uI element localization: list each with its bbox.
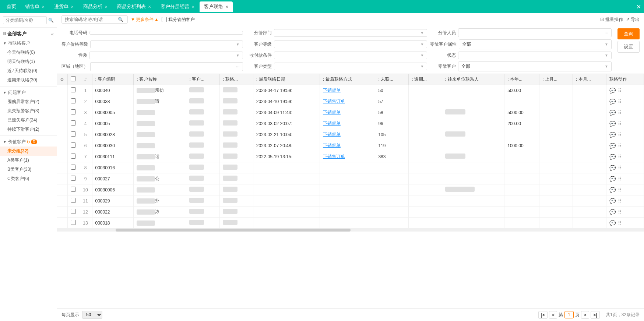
horizontal-scrollbar[interactable] [57,229,644,232]
close-customer-tier-tab[interactable]: ✕ [191,5,194,9]
close-purchase-tab[interactable]: ✕ [71,5,74,9]
dept-select[interactable]: ▼ [274,29,427,37]
per-page-select[interactable]: 50 20 100 [82,311,102,319]
sidebar-all-customers[interactable]: ⠿ 全部客户 « [0,28,57,39]
more-conditions-btn[interactable]: ▼ 更多条件 ▲ [131,17,159,23]
col-last-contact-date[interactable]: : 最后联络日期 [253,74,320,85]
row-checkbox[interactable] [71,98,76,103]
retail-attr-select[interactable]: 全部▼ [459,39,612,49]
contact-action-icon[interactable]: 💬 [609,143,616,149]
first-page-btn[interactable]: |< [538,311,548,319]
sidebar-item-hoarding-abnormal[interactable]: 囤购异常客户(2) [0,97,57,106]
contact-method-link[interactable]: 下销货单 [323,132,341,137]
contact-action-icon[interactable]: 💬 [609,154,616,160]
region-select[interactable]: ··· [90,62,243,71]
nav-tab-customer-tier[interactable]: 客户分层经营 ✕ [156,1,199,12]
more-action-icon[interactable]: ⠿ [618,176,622,182]
last-contact-method[interactable] [320,195,375,207]
row-checkbox[interactable] [71,131,76,137]
settings-gear-icon[interactable]: ⚙ [60,77,64,82]
more-action-icon[interactable]: ⠿ [618,165,622,171]
row-checkbox[interactable] [71,154,76,159]
last-contact-method[interactable] [320,218,375,229]
last-contact-method[interactable]: 下销货单 [320,118,375,129]
prev-page-btn[interactable]: < [549,311,557,319]
sidebar-search-icon[interactable]: 🔍 [48,18,54,23]
last-contact-method[interactable] [320,207,375,218]
contact-action-icon[interactable]: 💬 [609,165,616,171]
sidebar-item-7days[interactable]: 近7天待联络(0) [0,66,57,75]
nav-tab-purchase[interactable]: 进货单 ✕ [50,1,78,12]
manager-more-icon[interactable]: ··· [605,30,608,35]
contact-action-icon[interactable]: 💬 [609,121,616,127]
select-all-checkbox[interactable] [71,76,76,81]
nav-tab-analysis[interactable]: 商品分析 ✕ [79,1,112,12]
col-customer-name[interactable]: : 客户名称 [134,74,186,85]
contact-action-icon[interactable]: 💬 [609,88,616,94]
manager-input[interactable]: ··· [458,28,612,37]
sidebar-item-class-b[interactable]: B类客户(33) [0,165,57,174]
close-analysis-tab[interactable]: ✕ [105,5,108,9]
nav-tab-sales[interactable]: 销售单 ✕ [21,1,49,12]
row-checkbox[interactable] [71,209,76,214]
contact-action-icon[interactable]: 💬 [609,110,616,116]
contact-action-icon[interactable]: 💬 [609,209,616,215]
col-check-all[interactable] [67,74,79,85]
close-sales-tab[interactable]: ✕ [42,5,45,9]
refresh-value-icon[interactable]: ↻ [27,140,30,145]
last-contact-method[interactable]: 下销货单 [320,129,375,140]
last-contact-method[interactable]: 下销货单 [320,107,375,118]
col-this-year[interactable]: : 本年... [504,74,539,85]
col-contact[interactable]: : 联络... [220,74,253,85]
more-action-icon[interactable]: ⠿ [618,209,622,215]
row-checkbox[interactable] [71,187,76,192]
scrollbar-thumb[interactable] [116,229,351,232]
row-checkbox[interactable] [71,220,76,225]
customer-type-select[interactable]: ▼ [274,63,427,70]
col-days-not-contacted[interactable]: : 未联... [375,74,409,85]
contact-action-icon[interactable]: 💬 [609,132,616,138]
more-action-icon[interactable]: ⠿ [618,143,622,149]
sidebar-section-problem[interactable]: ▼ 问题客户 [0,88,57,97]
sidebar-section-pending[interactable]: ▼ 待联络客户 [0,39,57,48]
col-customer-type[interactable]: : 客户... [186,74,220,85]
query-button[interactable]: 查询 [617,28,640,39]
close-analysis-list-tab[interactable]: ✕ [148,5,151,9]
col-customer-code[interactable]: : 客户编码 [92,74,134,85]
sidebar-item-ungrouped[interactable]: 未分组(32) [0,147,57,156]
row-checkbox[interactable] [71,109,76,114]
sidebar-collapse-icon[interactable]: « [51,31,54,37]
nav-tab-customer-contact[interactable]: 客户联络 ✕ [200,1,233,12]
contact-action-icon[interactable]: 💬 [609,198,616,204]
region-more-icon[interactable]: ··· [236,64,240,69]
last-contact-method[interactable] [320,162,375,173]
last-page-btn[interactable]: >| [591,311,600,319]
customer-grade-select[interactable]: ▼ [274,40,427,48]
col-this-month[interactable]: : 本月... [573,74,606,85]
contact-method-link[interactable]: 下销货单 [323,143,341,148]
main-search-input[interactable] [65,17,116,22]
retail-customer-select[interactable]: 全部▼ [458,61,612,71]
sidebar-item-overdue-contact[interactable]: 逾期未联络(30) [0,75,57,85]
last-contact-method[interactable]: 下销售订单 [320,151,375,162]
window-close-button[interactable]: ✕ [636,3,641,10]
sidebar-search-input[interactable] [3,16,47,24]
last-contact-method[interactable] [320,184,375,195]
last-contact-method[interactable]: 下销货单 [320,140,375,151]
my-customers-checkbox[interactable] [162,17,167,22]
nav-tab-analysis-list[interactable]: 商品分析列表 ✕ [113,1,155,12]
more-action-icon[interactable]: ⠿ [618,110,622,116]
close-customer-contact-tab[interactable]: ✕ [225,5,228,9]
sidebar-item-class-a[interactable]: A类客户(1) [0,156,57,165]
more-action-icon[interactable]: ⠿ [618,198,622,204]
last-contact-method[interactable]: 下销售订单 [320,96,375,107]
col-last-contact-method[interactable]: : 最后联络方式 [320,74,375,85]
sidebar-item-today[interactable]: 今天待联络(0) [0,48,57,57]
contact-method-link[interactable]: 下销售订单 [323,154,345,159]
status-select[interactable]: ▼ [458,52,612,59]
col-settings[interactable]: ⚙ [57,74,67,85]
more-action-icon[interactable]: ⠿ [618,99,622,105]
nav-home[interactable]: 首页 [3,3,20,10]
row-checkbox[interactable] [71,165,76,170]
row-checkbox[interactable] [71,120,76,126]
